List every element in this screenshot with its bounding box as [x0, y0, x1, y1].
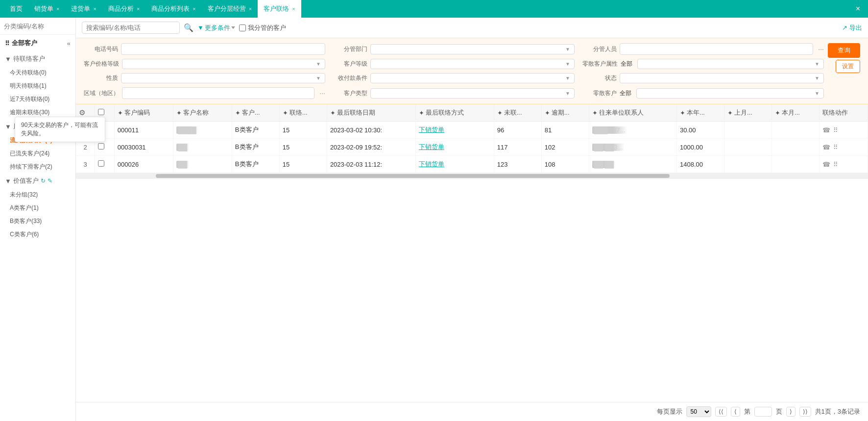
filter-price-level: 客户价格等级 ▼: [84, 59, 325, 69]
refresh-icon[interactable]: ↻: [41, 177, 46, 184]
search-button[interactable]: 🔍: [184, 23, 193, 32]
horizontal-scrollbar[interactable]: [76, 173, 868, 179]
close-icon[interactable]: ×: [93, 6, 96, 12]
sidebar-item-tomorrow[interactable]: 明天待联络(1): [0, 79, 75, 93]
col-last-method[interactable]: ✦ 最后联络方式: [416, 104, 494, 122]
table-row: 2 00030031 ██ B类客户 15 2023-02-09 19:52: …: [76, 139, 868, 156]
more-action-icon[interactable]: ⠿: [833, 161, 838, 168]
tab-product-analysis-list[interactable]: 商品分析列表 ×: [145, 0, 201, 18]
select-all-checkbox[interactable]: [98, 109, 104, 115]
sidebar-item-churned[interactable]: 已流失客户(24): [0, 147, 75, 160]
row-code: 000026: [114, 156, 173, 173]
customer-type-select[interactable]: ▼: [370, 88, 575, 99]
close-icon[interactable]: ×: [137, 6, 140, 12]
tab-customer-segmentation[interactable]: 客户分层经营 ×: [202, 0, 258, 18]
contact-action-icon[interactable]: ☎: [822, 144, 830, 151]
close-icon[interactable]: ×: [249, 6, 252, 12]
more-icon[interactable]: ···: [818, 45, 824, 53]
sidebar-item-declining[interactable]: 持续下滑客户(2): [0, 160, 75, 173]
col-this-month[interactable]: ✦ 本月...: [772, 104, 820, 122]
sidebar-section-pending[interactable]: ▼ 待联络客户: [0, 51, 75, 66]
tooltip-risk: 90天未交易的客户，可能有流失风险。: [15, 117, 76, 142]
col-overdue[interactable]: ✦ 逾期...: [541, 104, 589, 122]
col-last-month[interactable]: ✦ 上月...: [724, 104, 772, 122]
row-this-month: [772, 156, 820, 173]
next-page-button[interactable]: ⟩: [786, 407, 796, 417]
prev-page-button[interactable]: ⟨: [731, 407, 740, 417]
customer-level-select[interactable]: ▼: [370, 59, 575, 69]
sidebar-section-value[interactable]: ▼ 价值客户 ↻ ✎: [0, 173, 75, 188]
row-checkbox: [95, 156, 115, 173]
dept-select[interactable]: ▼: [370, 44, 575, 54]
more-icon[interactable]: ···: [319, 89, 325, 97]
filter-person: 分管人员 ···: [582, 43, 824, 55]
first-page-button[interactable]: ⟨⟨: [715, 407, 727, 417]
sidebar-item-b-class[interactable]: B类客户(33): [0, 215, 75, 228]
sidebar-item-today[interactable]: 今天待联络(0): [0, 66, 75, 79]
close-all-button[interactable]: ×: [852, 4, 864, 13]
close-icon[interactable]: ×: [292, 6, 295, 12]
price-level-select[interactable]: ▼: [122, 59, 325, 69]
sidebar-item-a-class[interactable]: A类客户(1): [0, 201, 75, 215]
col-uncontacted[interactable]: ✦ 未联...: [494, 104, 541, 122]
content-area: 🔍 ▼ 更多条件 我分管的客户 ↗ 导出: [76, 18, 868, 421]
tab-sales-order[interactable]: 销货单 ×: [28, 0, 65, 18]
per-page-select[interactable]: 50 20 100: [686, 406, 711, 417]
more-action-icon[interactable]: ⠿: [833, 126, 838, 134]
row-overdue: 102: [541, 139, 589, 156]
sidebar-item-ungrouped[interactable]: 未分组(32): [0, 188, 75, 201]
region-input[interactable]: [122, 87, 314, 99]
col-last-date[interactable]: ✦ 最后联络日期: [327, 104, 415, 122]
last-method-link[interactable]: 下销货单: [419, 160, 444, 168]
row-this-year: 1408.00: [677, 156, 724, 173]
tab-customer-contact[interactable]: 客户联络 ×: [258, 0, 301, 18]
contact-action-icon[interactable]: ☎: [822, 126, 830, 134]
sidebar-search-input[interactable]: [4, 23, 76, 30]
close-icon[interactable]: ×: [193, 6, 195, 12]
contact-action-icon[interactable]: ☎: [822, 161, 830, 168]
close-icon[interactable]: ×: [56, 6, 59, 12]
query-button[interactable]: 查询: [828, 43, 860, 58]
sidebar-item-c-class[interactable]: C类客户(6): [0, 228, 75, 241]
sidebar-item-7days[interactable]: 近7天待联络(0): [0, 93, 75, 106]
col-this-year[interactable]: ✦ 本年...: [677, 104, 724, 122]
sidebar-all-customers[interactable]: ⠿ 全部客户 «: [0, 35, 75, 51]
edit-icon[interactable]: ✎: [48, 177, 52, 184]
search-input[interactable]: [82, 22, 180, 34]
last-method-link[interactable]: 下销货单: [419, 143, 444, 150]
row-contact: 15: [279, 139, 327, 156]
phone-input[interactable]: [121, 43, 325, 55]
retail-customer-select[interactable]: ▼: [636, 88, 824, 99]
my-customers-checkbox[interactable]: [239, 25, 246, 31]
setting-button[interactable]: 设置: [836, 60, 860, 73]
filter-payment: 收付款条件 ▼: [333, 73, 575, 83]
retail-attr-select[interactable]: ▼: [637, 59, 824, 69]
nature-select[interactable]: ▼: [121, 73, 325, 83]
row-select-checkbox[interactable]: [98, 160, 104, 167]
tab-purchase-order[interactable]: 进货单 ×: [65, 0, 102, 18]
col-name[interactable]: ✦ 客户名称: [173, 104, 232, 122]
chevron-down-icon: ▼: [815, 91, 820, 96]
more-conditions-button[interactable]: ▼ 更多条件: [197, 24, 235, 32]
more-action-icon[interactable]: ⠿: [833, 144, 838, 151]
col-code[interactable]: ✦ 客户编码: [114, 104, 173, 122]
collapse-icon[interactable]: «: [67, 40, 71, 47]
tab-product-analysis[interactable]: 商品分析 ×: [102, 0, 145, 18]
status-select[interactable]: ▼: [620, 73, 824, 83]
page-number-input[interactable]: 1: [754, 407, 772, 417]
row-uncontacted: 117: [494, 139, 541, 156]
person-input[interactable]: [620, 43, 813, 55]
row-last-date: 2023-03-02 10:30:: [327, 122, 415, 139]
payment-select[interactable]: ▼: [370, 73, 575, 83]
last-method-link[interactable]: 下销货单: [419, 126, 444, 133]
col-type[interactable]: ✦ 客户...: [232, 104, 279, 122]
nav-home[interactable]: 首页: [4, 4, 28, 13]
col-contact[interactable]: ✦ 联络...: [279, 104, 327, 122]
row-select-checkbox[interactable]: [98, 143, 104, 149]
scrollbar-thumb[interactable]: [156, 174, 669, 178]
filter-phone: 电话号码: [84, 43, 325, 55]
last-page-button[interactable]: ⟩⟩: [799, 407, 811, 417]
row-action: ☎ ⠿: [820, 122, 868, 139]
export-button[interactable]: ↗ 导出: [842, 24, 862, 32]
col-contact-person[interactable]: ✦ 往来单位联系人: [589, 104, 676, 122]
